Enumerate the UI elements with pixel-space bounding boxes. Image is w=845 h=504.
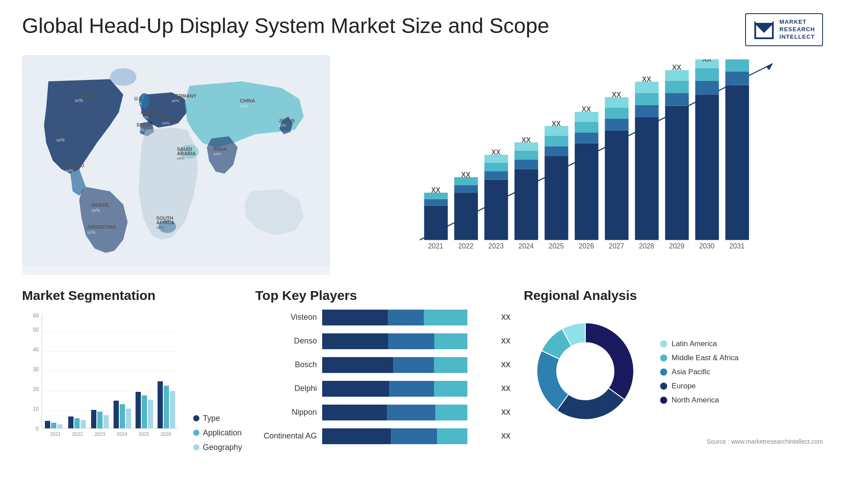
svg-text:2024: 2024 bbox=[117, 431, 127, 437]
svg-rect-132 bbox=[120, 404, 125, 428]
svg-rect-88 bbox=[665, 93, 689, 106]
svg-text:xx%: xx% bbox=[141, 115, 148, 120]
svg-marker-40 bbox=[766, 63, 773, 70]
segmentation-legend: Type Application Geography bbox=[189, 414, 242, 452]
svg-text:XX: XX bbox=[431, 186, 441, 194]
header: Global Head-Up Display System Market Siz… bbox=[22, 13, 823, 46]
player-bar-seg2 bbox=[389, 381, 434, 397]
svg-text:GERMANY: GERMANY bbox=[172, 93, 197, 99]
svg-text:2026: 2026 bbox=[161, 431, 171, 437]
svg-text:xx%: xx% bbox=[65, 168, 73, 173]
player-bar-seg1 bbox=[322, 310, 388, 325]
player-bar-seg2 bbox=[388, 333, 434, 349]
svg-rect-127 bbox=[91, 410, 96, 428]
svg-text:xx%: xx% bbox=[75, 98, 83, 103]
svg-text:2026: 2026 bbox=[579, 242, 594, 250]
player-bar-seg2 bbox=[387, 405, 435, 420]
regional-legend-item: Europe bbox=[660, 382, 738, 391]
player-name: Nippon bbox=[255, 408, 317, 417]
player-bar-seg1 bbox=[322, 428, 391, 444]
svg-text:XX: XX bbox=[612, 91, 621, 99]
svg-text:XX: XX bbox=[492, 149, 501, 156]
svg-rect-131 bbox=[114, 401, 119, 428]
donut-chart bbox=[524, 310, 647, 435]
player-bar-seg3 bbox=[435, 405, 467, 420]
svg-point-143 bbox=[558, 343, 613, 399]
svg-text:XX: XX bbox=[551, 120, 561, 127]
regional-section: Regional Analysis Latin AmericaMiddle Ea… bbox=[524, 288, 823, 490]
svg-rect-65 bbox=[544, 136, 568, 146]
svg-text:xx%: xx% bbox=[156, 225, 164, 230]
svg-text:0: 0 bbox=[36, 426, 39, 432]
svg-rect-76 bbox=[605, 119, 628, 130]
svg-rect-99 bbox=[725, 85, 749, 240]
player-row: VisteonXX bbox=[255, 310, 511, 325]
svg-rect-58 bbox=[514, 159, 538, 169]
players-section: Top Key Players VisteonXXDensoXXBoschXXD… bbox=[255, 288, 511, 490]
player-xx: XX bbox=[501, 337, 511, 345]
svg-rect-87 bbox=[665, 106, 689, 240]
logo-text: MARKET RESEARCH INTELLECT bbox=[779, 18, 815, 41]
svg-text:INDIA: INDIA bbox=[213, 146, 227, 152]
regional-legend-dot bbox=[660, 340, 667, 347]
svg-text:FRANCE: FRANCE bbox=[141, 110, 161, 115]
svg-text:U.K.: U.K. bbox=[134, 96, 144, 101]
svg-rect-81 bbox=[635, 117, 659, 240]
player-bar-seg3 bbox=[437, 428, 467, 444]
svg-text:xx%: xx% bbox=[172, 99, 179, 103]
svg-rect-78 bbox=[605, 97, 628, 107]
donut-svg bbox=[524, 310, 647, 433]
svg-rect-140 bbox=[164, 386, 169, 428]
svg-text:SPAIN: SPAIN bbox=[136, 122, 151, 128]
svg-text:BRAZIL: BRAZIL bbox=[92, 202, 110, 208]
players-bars: VisteonXXDensoXXBoschXXDelphiXXNipponXXC… bbox=[255, 310, 511, 444]
bar-chart: XX 2021 XX 2022 XX 2023 bbox=[343, 55, 823, 275]
regional-legend-label: Middle East & Africa bbox=[672, 354, 738, 362]
svg-text:2030: 2030 bbox=[699, 242, 715, 250]
svg-text:2022: 2022 bbox=[72, 431, 83, 437]
svg-text:2025: 2025 bbox=[139, 431, 149, 437]
svg-text:2023: 2023 bbox=[95, 431, 105, 437]
svg-text:2024: 2024 bbox=[518, 242, 534, 250]
svg-text:CANADA: CANADA bbox=[75, 92, 96, 98]
regional-legend-item: Middle East & Africa bbox=[660, 354, 738, 362]
player-name: Denso bbox=[255, 336, 317, 346]
segmentation-section: Market Segmentation 0 10 20 30 40 bbox=[22, 288, 242, 490]
player-bar-seg1 bbox=[322, 333, 388, 349]
svg-rect-72 bbox=[575, 112, 599, 121]
svg-text:CHINA: CHINA bbox=[240, 98, 255, 103]
svg-text:xx%: xx% bbox=[87, 230, 96, 235]
svg-rect-93 bbox=[695, 95, 719, 240]
player-row: BoschXX bbox=[255, 357, 511, 373]
svg-rect-137 bbox=[148, 400, 153, 428]
page-title: Global Head-Up Display System Market Siz… bbox=[22, 13, 549, 39]
svg-text:2031: 2031 bbox=[729, 242, 745, 250]
player-name: Continental AG bbox=[255, 431, 317, 441]
application-dot bbox=[193, 430, 199, 436]
regional-legend: Latin AmericaMiddle East & AfricaAsia Pa… bbox=[660, 340, 738, 405]
logo-icon bbox=[753, 18, 775, 40]
svg-text:XX: XX bbox=[522, 136, 531, 143]
player-bar-seg1 bbox=[322, 405, 387, 420]
svg-text:xx%: xx% bbox=[279, 123, 286, 128]
svg-text:xx%: xx% bbox=[136, 128, 144, 132]
svg-rect-119 bbox=[45, 421, 50, 428]
svg-rect-75 bbox=[605, 130, 628, 240]
svg-rect-124 bbox=[74, 418, 80, 428]
regional-legend-label: Asia Pacific bbox=[672, 368, 710, 376]
svg-text:AFRICA: AFRICA bbox=[156, 220, 175, 225]
player-bar-wrap bbox=[322, 428, 492, 444]
svg-rect-135 bbox=[136, 392, 141, 428]
geography-dot bbox=[193, 444, 199, 450]
svg-rect-125 bbox=[81, 420, 86, 428]
svg-rect-47 bbox=[454, 185, 478, 193]
svg-rect-89 bbox=[665, 81, 689, 93]
player-bar-seg2 bbox=[388, 310, 424, 325]
svg-text:50: 50 bbox=[33, 327, 39, 333]
regional-legend-dot bbox=[660, 397, 667, 404]
svg-text:60: 60 bbox=[33, 313, 39, 319]
regional-legend-dot bbox=[660, 383, 667, 390]
svg-text:2023: 2023 bbox=[489, 242, 504, 250]
svg-point-3 bbox=[110, 68, 136, 86]
svg-rect-77 bbox=[605, 107, 628, 118]
